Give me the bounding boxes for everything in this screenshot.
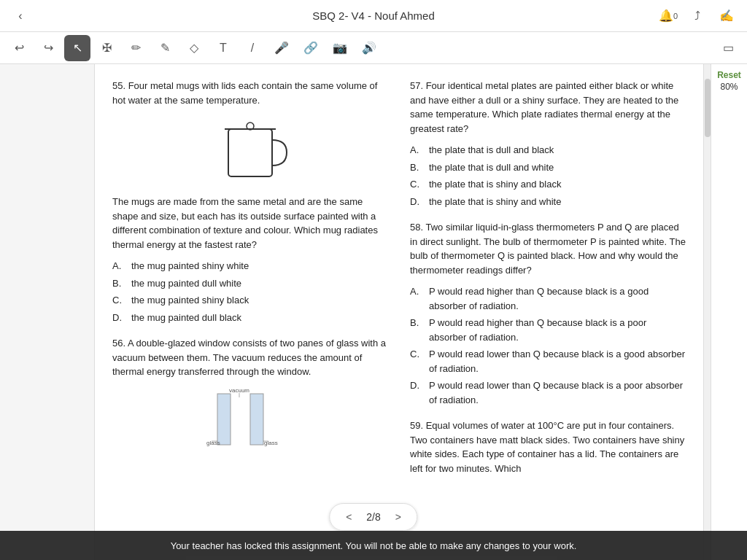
- scroll-thumb[interactable]: [705, 79, 711, 137]
- zoom-level: 80%: [720, 82, 738, 92]
- redo-icon: ↪: [44, 41, 53, 55]
- undo-icon: ↩: [15, 41, 24, 55]
- window-diagram: vacuum glass glass: [196, 386, 305, 452]
- camera-button[interactable]: 📷: [327, 35, 353, 61]
- link-button[interactable]: 🔗: [298, 35, 324, 61]
- vacuum-label: vacuum: [229, 387, 249, 394]
- q55-option-d: D. the mug painted dull black: [112, 311, 388, 325]
- locked-message: Your teacher has locked this assignment.…: [171, 540, 577, 551]
- top-bar-right: 🔔 0 ⤴ ✍: [657, 4, 738, 28]
- q55-option-c: C. the mug painted shiny black: [112, 293, 388, 308]
- hand-tool-button[interactable]: ✍: [715, 4, 738, 28]
- ruler-button[interactable]: /: [239, 35, 266, 61]
- current-page: 2: [366, 511, 372, 523]
- pen-button[interactable]: ✏: [123, 35, 149, 61]
- reset-button[interactable]: Reset: [717, 70, 741, 80]
- glass-label-2: glass: [264, 440, 278, 446]
- notification-button[interactable]: 🔔 0: [657, 4, 680, 28]
- q58-option-d-text: P would read lower than Q because black …: [429, 378, 686, 407]
- camera-icon: 📷: [333, 41, 347, 55]
- question-57: 57. Four identical metal plates are pain…: [410, 79, 686, 136]
- select-icon: ↖: [73, 41, 82, 55]
- svg-rect-5: [231, 394, 250, 445]
- audio-button[interactable]: 🔊: [356, 35, 382, 61]
- redo-button[interactable]: ↪: [35, 35, 61, 61]
- left-nav: [0, 64, 95, 560]
- q55-option-b-letter: B.: [112, 276, 125, 291]
- q57-options: A. the plate that is dull and black B. t…: [410, 143, 686, 209]
- select-button[interactable]: ↖: [64, 35, 90, 61]
- delete-button[interactable]: ▭: [715, 35, 741, 61]
- share-button[interactable]: ⤴: [686, 4, 709, 28]
- q55-option-c-text: the mug painted shiny black: [131, 293, 249, 308]
- q57-option-b-text: the plate that is dull and white: [429, 160, 554, 175]
- highlight-icon: ✎: [160, 41, 170, 55]
- q57-option-a-text: the plate that is dull and black: [429, 143, 554, 158]
- q58-option-a: A. P would read higher than Q because bl…: [410, 284, 686, 313]
- next-page-button[interactable]: >: [390, 508, 407, 526]
- q58-options: A. P would read higher than Q because bl…: [410, 284, 686, 407]
- svg-rect-3: [217, 394, 231, 445]
- toolbar: ↩ ↪ ↖ ✠ ✏ ✎ ◇ T / 🎤 🔗 📷 🔊 ▭: [0, 32, 747, 64]
- q55-option-b-text: the mug painted dull white: [131, 276, 241, 291]
- q58-option-a-text: P would read higher than Q because black…: [429, 284, 686, 313]
- prev-page-button[interactable]: <: [340, 508, 357, 526]
- undo-button[interactable]: ↩: [6, 35, 32, 61]
- erase-icon: ◇: [190, 41, 198, 55]
- question-55: 55. Four metal mugs with lids each conta…: [112, 79, 388, 107]
- audio-icon: 🔊: [362, 41, 376, 55]
- hand-icon: ✍: [719, 9, 734, 23]
- link-icon: 🔗: [303, 41, 318, 55]
- q58-option-c: C. P would read lower than Q because bla…: [410, 347, 686, 376]
- text-icon: T: [220, 42, 227, 55]
- q58-text: 58. Two similar liquid-in-glass thermome…: [410, 220, 686, 277]
- top-bar-left: ‹: [9, 4, 32, 28]
- q57-option-c-text: the plate that is shiny and black: [429, 177, 561, 192]
- right-panel: 57. Four identical metal plates are pain…: [410, 79, 686, 516]
- pen-icon: ✏: [131, 41, 141, 55]
- q55-option-b: B. the mug painted dull white: [112, 276, 388, 291]
- q55-text: 55. Four metal mugs with lids each conta…: [112, 79, 388, 107]
- q57-option-d-text: the plate that is shiny and white: [429, 195, 561, 209]
- notification-count: 0: [673, 12, 678, 20]
- text-button[interactable]: T: [210, 35, 236, 61]
- q55-option-a-letter: A.: [112, 259, 125, 273]
- pagination-bar: < 2/8 >: [329, 503, 417, 531]
- q57-option-a: A. the plate that is dull and black: [410, 143, 686, 158]
- right-sidebar: Reset 80%: [711, 64, 747, 560]
- highlight-button[interactable]: ✎: [152, 35, 178, 61]
- q55-body: The mugs are made from the same metal an…: [112, 195, 388, 252]
- q57-option-b: B. the plate that is dull and white: [410, 160, 686, 175]
- mic-icon: 🎤: [274, 41, 289, 55]
- total-pages: 8: [375, 511, 381, 523]
- q55-option-d-letter: D.: [112, 311, 125, 325]
- question-59: 59. Equal volumes of water at 100°C are …: [410, 419, 686, 475]
- bell-icon: 🔔: [659, 9, 673, 23]
- locked-bar: Your teacher has locked this assignment.…: [0, 531, 747, 560]
- scroll-track[interactable]: [703, 64, 711, 560]
- q55-option-a: A. the mug painted shiny white: [112, 259, 388, 273]
- q56-text: 56. A double-glazed window consists of t…: [112, 336, 388, 379]
- q55-option-d-text: the mug painted dull black: [131, 311, 241, 325]
- grid-icon: ✠: [102, 41, 112, 55]
- q57-option-d: D. the plate that is shiny and white: [410, 195, 686, 209]
- left-panel: 55. Four metal mugs with lids each conta…: [112, 79, 388, 516]
- page-info: 2/8: [366, 511, 380, 523]
- q55-option-c-letter: C.: [112, 293, 125, 308]
- mic-button[interactable]: 🎤: [268, 35, 295, 61]
- q58-option-c-text: P would read lower than Q because black …: [429, 347, 686, 376]
- q58-option-b-text: P would read higher than Q because black…: [429, 316, 686, 344]
- q58-option-d: D. P would read lower than Q because bla…: [410, 378, 686, 407]
- back-button[interactable]: ‹: [9, 4, 32, 28]
- top-bar: ‹ SBQ 2- V4 - Nouf Ahmed 🔔 0 ⤴ ✍: [0, 0, 747, 32]
- svg-rect-0: [228, 129, 272, 176]
- mug-diagram: [210, 114, 290, 187]
- document-title: SBQ 2- V4 - Nouf Ahmed: [312, 9, 435, 22]
- delete-icon: ▭: [723, 41, 734, 55]
- erase-button[interactable]: ◇: [181, 35, 207, 61]
- question-56: 56. A double-glazed window consists of t…: [112, 336, 388, 379]
- glass-label-1: glass: [206, 440, 220, 446]
- svg-rect-4: [250, 394, 263, 445]
- grid-button[interactable]: ✠: [93, 35, 120, 61]
- q57-option-c: C. the plate that is shiny and black: [410, 177, 686, 192]
